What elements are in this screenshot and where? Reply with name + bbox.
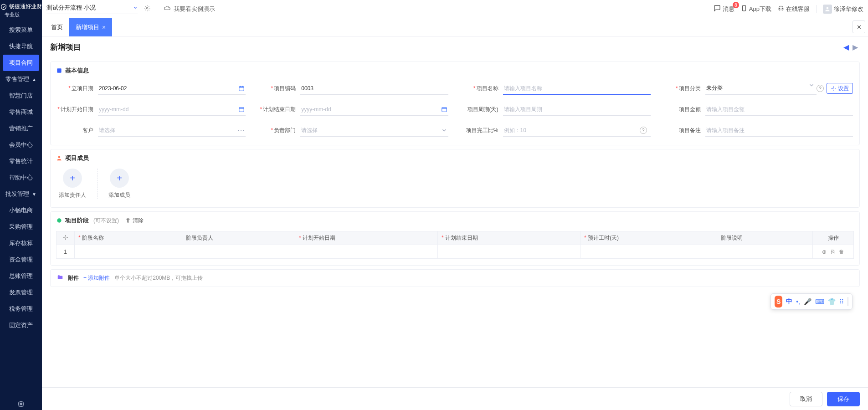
plan-end-input[interactable] <box>300 103 448 116</box>
sidebar-item-smart-store[interactable]: 智慧门店 <box>0 87 42 104</box>
cell-description[interactable] <box>717 245 813 259</box>
customer-select[interactable] <box>98 124 246 137</box>
sidebar-item-ecommerce[interactable]: 小畅电商 <box>0 202 42 219</box>
field-remark: 项目备注 <box>664 124 853 137</box>
row-delete-icon[interactable]: 🗑 <box>839 249 844 255</box>
gear-icon <box>18 401 24 409</box>
calendar-icon[interactable] <box>441 106 447 113</box>
remark-input[interactable] <box>705 124 853 137</box>
field-create-date: *立项日期 <box>57 82 246 95</box>
ime-punct-icon[interactable]: •, <box>796 298 800 305</box>
ime-lang-indicator[interactable]: 中 <box>786 297 792 306</box>
field-customer: 客户 ⋯ <box>57 124 246 137</box>
help-icon[interactable]: ? <box>817 85 824 92</box>
messages-badge: 8 <box>733 2 739 8</box>
project-category-select[interactable] <box>705 82 817 95</box>
close-icon[interactable]: × <box>102 24 106 31</box>
cancel-button[interactable]: 取消 <box>790 392 822 406</box>
create-date-input[interactable] <box>98 82 246 95</box>
col-stage-owner: 阶段负责人 <box>182 231 295 245</box>
row-copy-icon[interactable]: ⎘ <box>831 249 834 255</box>
prev-record-button[interactable]: ◀ <box>842 41 851 53</box>
calendar-icon[interactable] <box>238 106 245 113</box>
cell-plan-end[interactable] <box>438 245 580 259</box>
row-add-icon[interactable]: ⊕ <box>822 249 827 255</box>
sidebar-item-wholesale[interactable]: 批发管理▼ <box>0 186 42 202</box>
ime-menu-icon[interactable]: ⠿ <box>839 298 844 305</box>
sidebar-item-member-center[interactable]: 会员中心 <box>0 137 42 153</box>
page-header: 新增项目 ◀ ▶ <box>42 36 868 58</box>
duration-input[interactable] <box>503 103 651 116</box>
add-attachment-button[interactable]: + 添加附件 <box>83 274 110 282</box>
tenant-selector[interactable]: 测试分开流程-小况 <box>46 4 138 14</box>
sidebar-item-invoice[interactable]: 发票管理 <box>0 284 42 301</box>
sidebar-settings[interactable] <box>0 399 42 410</box>
category-settings-button[interactable]: 设置 <box>827 83 853 94</box>
tab-home[interactable]: 首页 <box>45 18 69 36</box>
demo-link[interactable]: 我要看实例演示 <box>164 5 215 13</box>
col-estimate-hours: 预计工时(天) <box>580 231 717 245</box>
ime-keyboard-icon[interactable]: ⌨ <box>815 298 824 305</box>
calendar-icon[interactable] <box>238 85 245 92</box>
svg-point-14 <box>58 156 61 158</box>
sidebar-item-quicknav[interactable]: 快捷导航 <box>0 38 42 55</box>
person-icon <box>56 155 62 161</box>
sidebar-item-marketing[interactable]: 营销推广 <box>0 120 42 137</box>
plan-start-input[interactable] <box>98 103 246 116</box>
sidebar-menu: 搜索菜单 快捷导航 项目合同 零售管理▲ 智慧门店 零售商城 营销推广 会员中心… <box>0 22 42 399</box>
project-name-input[interactable] <box>503 82 651 95</box>
table-row[interactable]: 1 ⊕⎘🗑 <box>56 245 854 259</box>
sidebar-item-general-ledger[interactable]: 总账管理 <box>0 268 42 284</box>
ime-toolbar[interactable]: S 中 •, 🎤 ⌨ 👕 ⠿ <box>770 293 853 310</box>
messages-button[interactable]: 消息 8 <box>714 5 734 13</box>
clear-stages-button[interactable]: 清除 <box>125 217 144 225</box>
save-button[interactable]: 保存 <box>827 392 860 406</box>
stage-icon <box>56 217 62 224</box>
ime-skin-icon[interactable]: 👕 <box>828 298 836 305</box>
sidebar-item-help-center[interactable]: 帮助中心 <box>0 169 42 186</box>
next-record-button[interactable]: ▶ <box>851 41 860 53</box>
online-service-button[interactable]: 在线客服 <box>778 5 810 13</box>
ime-voice-icon[interactable]: 🎤 <box>804 298 812 305</box>
chat-icon <box>714 5 721 13</box>
sidebar-item-retail-mall[interactable]: 零售商城 <box>0 104 42 120</box>
app-download-button[interactable]: App下载 <box>741 5 771 13</box>
help-icon[interactable]: ? <box>640 127 647 134</box>
sidebar-item-purchase[interactable]: 采购管理 <box>0 219 42 235</box>
more-icon[interactable]: ⋯ <box>237 126 245 135</box>
tab-new-project[interactable]: 新增项目 × <box>69 18 112 36</box>
chevron-down-icon <box>133 5 138 11</box>
cell-stage-name[interactable] <box>75 245 182 259</box>
close-all-tabs-button[interactable]: ✕ <box>853 20 865 33</box>
sidebar-item-retail-stats[interactable]: 零售统计 <box>0 153 42 169</box>
cell-stage-owner[interactable] <box>182 245 295 259</box>
cell-estimate-hours[interactable] <box>580 245 717 259</box>
user-menu[interactable]: 徐泽华修改 <box>823 5 863 14</box>
add-member-button[interactable]: + <box>110 169 129 188</box>
stages-table: 阶段名称 阶段负责人 计划开始日期 计划结束日期 预计工时(天) 阶段说明 操作… <box>56 231 854 259</box>
sidebar-item-tax[interactable]: 税务管理 <box>0 301 42 317</box>
svg-rect-5 <box>239 87 244 91</box>
completion-input[interactable] <box>503 124 651 137</box>
department-select[interactable] <box>300 124 448 137</box>
sidebar-item-project-contract[interactable]: 项目合同 <box>3 55 39 71</box>
svg-rect-10 <box>239 108 244 112</box>
tenant-settings-icon[interactable] <box>144 5 150 13</box>
sidebar-item-retail-mgmt[interactable]: 零售管理▲ <box>0 71 42 87</box>
amount-input[interactable] <box>705 103 853 116</box>
sidebar-item-finance[interactable]: 资金管理 <box>0 251 42 268</box>
table-settings-icon[interactable] <box>62 236 68 242</box>
cell-plan-start[interactable] <box>295 245 438 259</box>
sidebar-item-fixed-assets[interactable]: 固定资产 <box>0 317 42 333</box>
ime-drag-handle[interactable] <box>847 297 848 306</box>
add-owner: + 添加责任人 <box>59 169 98 199</box>
sidebar-item-inventory[interactable]: 库存核算 <box>0 235 42 251</box>
section-icon <box>56 67 62 74</box>
add-owner-button[interactable]: + <box>63 169 82 188</box>
sidebar-item-search[interactable]: 搜索菜单 <box>0 22 42 38</box>
project-code-input[interactable] <box>300 82 448 95</box>
cloud-icon <box>164 5 171 13</box>
chevron-down-icon <box>808 82 815 88</box>
section-basic-info: 基本信息 *立项日期 *项目编码 *项目名称 <box>50 62 860 145</box>
add-member: + 添加成员 <box>108 169 130 199</box>
